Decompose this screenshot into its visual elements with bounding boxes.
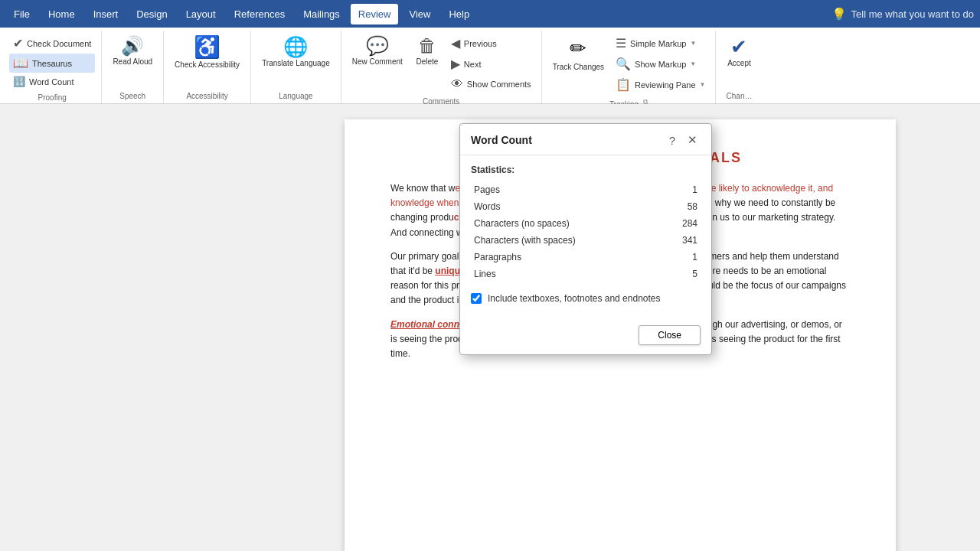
accessibility-group-label: Accessibility bbox=[170, 88, 244, 103]
proofing-group-label: Proofing bbox=[9, 90, 95, 105]
checkbox-row: Include textboxes, footnotes and endnote… bbox=[471, 293, 701, 304]
read-aloud-btn[interactable]: 🔊 Read Aloud bbox=[108, 34, 157, 70]
delete-label: Delete bbox=[416, 57, 438, 67]
new-comment-icon: 💬 bbox=[366, 37, 389, 55]
accept-label: Accept bbox=[727, 59, 751, 68]
statistics-label: Statistics: bbox=[471, 165, 701, 175]
translate-language-btn[interactable]: 🌐 Translate Language bbox=[257, 34, 335, 71]
ribbon-group-proofing: ✔ Check Document 📖 Thesaurus 🔢 Word Coun… bbox=[3, 31, 102, 103]
menu-help[interactable]: Help bbox=[441, 4, 477, 24]
dialog-title-bar: Word Count ? ✕ bbox=[460, 124, 711, 155]
menu-view[interactable]: View bbox=[401, 4, 438, 24]
dialog-help-btn[interactable]: ? bbox=[666, 132, 678, 148]
speech-group-label: Speech bbox=[108, 88, 157, 103]
simple-markup-label: Simple Markup bbox=[630, 39, 686, 48]
tell-me-text: Tell me what you want to do bbox=[851, 8, 974, 20]
lightbulb-icon: 💡 bbox=[831, 7, 847, 21]
stat-pages-label: Pages bbox=[471, 181, 662, 198]
dialog-body: Statistics: Pages 1 Words 58 Cha bbox=[460, 155, 711, 325]
dialog-footer: Close bbox=[460, 325, 711, 354]
simple-markup-icon: ☰ bbox=[616, 36, 626, 51]
stat-paragraphs-label: Paragraphs bbox=[471, 249, 662, 266]
menu-home[interactable]: Home bbox=[41, 4, 83, 24]
delete-btn[interactable]: 🗑 Delete bbox=[410, 34, 444, 70]
word-count-btn[interactable]: 🔢 Word Count bbox=[9, 73, 95, 90]
stat-words-label: Words bbox=[471, 198, 662, 215]
stat-pages-value: 1 bbox=[662, 181, 701, 198]
reviewing-pane-dropdown-icon: ▼ bbox=[700, 81, 706, 88]
table-row: Characters (with spaces) 341 bbox=[471, 232, 701, 249]
reviewing-pane-btn[interactable]: 📋 Reviewing Pane ▼ bbox=[612, 75, 709, 94]
track-changes-icon: ✏ bbox=[570, 37, 586, 60]
proofing-items: ✔ Check Document 📖 Thesaurus 🔢 Word Coun… bbox=[9, 31, 95, 90]
language-group-label: Language bbox=[257, 88, 335, 103]
stat-chars-nospace-label: Characters (no spaces) bbox=[471, 215, 662, 232]
accept-btn[interactable]: ✔ Accept bbox=[722, 34, 756, 71]
dialog-close-button[interactable]: Close bbox=[639, 325, 701, 345]
word-count-label: Word Count bbox=[29, 77, 74, 86]
stat-chars-nospace-value: 284 bbox=[662, 215, 701, 232]
stat-lines-label: Lines bbox=[471, 266, 662, 282]
track-changes-btn[interactable]: ✏ Track Changes bbox=[548, 34, 609, 75]
menu-file[interactable]: File bbox=[6, 4, 38, 24]
language-items: 🌐 Translate Language bbox=[257, 31, 335, 88]
word-count-icon: 🔢 bbox=[13, 76, 25, 87]
checkbox-label: Include textboxes, footnotes and endnote… bbox=[488, 293, 661, 304]
show-markup-icon: 🔍 bbox=[616, 57, 631, 71]
dialog-overlay: Word Count ? ✕ Statistics: Pages 1 bbox=[345, 119, 896, 551]
changes-group-label: Chan… bbox=[722, 88, 756, 103]
thesaurus-btn[interactable]: 📖 Thesaurus bbox=[9, 54, 95, 73]
stat-paragraphs-value: 1 bbox=[662, 249, 701, 266]
markup-col: ☰ Simple Markup ▼ 🔍 Show Markup ▼ 📋 Revi… bbox=[612, 34, 709, 94]
left-panel bbox=[0, 104, 260, 551]
previous-btn[interactable]: ◀ Previous bbox=[447, 34, 535, 53]
tracking-items: ✏ Track Changes ☰ Simple Markup ▼ 🔍 Show… bbox=[548, 31, 710, 94]
delete-icon: 🗑 bbox=[418, 37, 436, 55]
previous-label: Previous bbox=[464, 39, 497, 48]
tell-me-bar[interactable]: 💡 Tell me what you want to do bbox=[831, 7, 974, 21]
menu-review[interactable]: Review bbox=[351, 4, 399, 24]
include-textboxes-checkbox[interactable] bbox=[471, 293, 482, 304]
next-btn[interactable]: ▶ Next bbox=[447, 54, 535, 73]
menu-references[interactable]: References bbox=[227, 4, 292, 24]
accessibility-items: ♿ Check Accessibility bbox=[170, 31, 244, 88]
menu-design[interactable]: Design bbox=[129, 4, 175, 24]
show-markup-dropdown-icon: ▼ bbox=[690, 60, 696, 67]
thesaurus-icon: 📖 bbox=[13, 56, 28, 70]
show-markup-btn[interactable]: 🔍 Show Markup ▼ bbox=[612, 54, 709, 73]
comments-items: 💬 New Comment 🗑 Delete ◀ Previous ▶ Next… bbox=[348, 31, 535, 93]
ribbon-group-accessibility: ♿ Check Accessibility Accessibility bbox=[164, 31, 251, 103]
table-row: Characters (no spaces) 284 bbox=[471, 215, 701, 232]
show-comments-icon: 👁 bbox=[451, 77, 463, 91]
dialog-title: Word Count bbox=[471, 134, 532, 146]
menu-mailings[interactable]: Mailings bbox=[296, 4, 348, 24]
new-comment-btn[interactable]: 💬 New Comment bbox=[348, 34, 407, 70]
translate-label: Translate Language bbox=[262, 59, 330, 68]
check-accessibility-btn[interactable]: ♿ Check Accessibility bbox=[170, 34, 244, 73]
table-row: Words 58 bbox=[471, 198, 701, 215]
table-row: Lines 5 bbox=[471, 266, 701, 282]
menu-layout[interactable]: Layout bbox=[178, 4, 224, 24]
ribbon-group-comments: 💬 New Comment 🗑 Delete ◀ Previous ▶ Next… bbox=[341, 31, 542, 103]
show-comments-btn[interactable]: 👁 Show Comments bbox=[447, 75, 535, 93]
menu-insert[interactable]: Insert bbox=[86, 4, 126, 24]
nav-col: ◀ Previous ▶ Next 👁 Show Comments bbox=[447, 34, 535, 93]
next-label: Next bbox=[464, 60, 482, 69]
dialog-close-btn[interactable]: ✕ bbox=[684, 132, 701, 148]
accept-icon: ✔ bbox=[730, 37, 747, 57]
translate-icon: 🌐 bbox=[283, 37, 308, 57]
stat-lines-value: 5 bbox=[662, 266, 701, 282]
table-row: Pages 1 bbox=[471, 181, 701, 198]
ribbon-group-tracking: ✏ Track Changes ☰ Simple Markup ▼ 🔍 Show… bbox=[542, 31, 717, 103]
simple-markup-btn[interactable]: ☰ Simple Markup ▼ bbox=[612, 34, 709, 53]
reviewing-pane-label: Reviewing Pane bbox=[635, 80, 696, 90]
dialog-title-icons: ? ✕ bbox=[666, 132, 701, 148]
stat-words-value: 58 bbox=[662, 198, 701, 215]
ribbon-group-changes: ✔ Accept Chan… bbox=[716, 31, 762, 103]
new-comment-label: New Comment bbox=[352, 57, 403, 67]
read-aloud-icon: 🔊 bbox=[121, 37, 144, 55]
word-count-dialog: Word Count ? ✕ Statistics: Pages 1 bbox=[459, 123, 712, 355]
stat-chars-space-label: Characters (with spaces) bbox=[471, 232, 662, 249]
check-document-btn[interactable]: ✔ Check Document bbox=[9, 34, 95, 53]
next-icon: ▶ bbox=[451, 57, 460, 71]
